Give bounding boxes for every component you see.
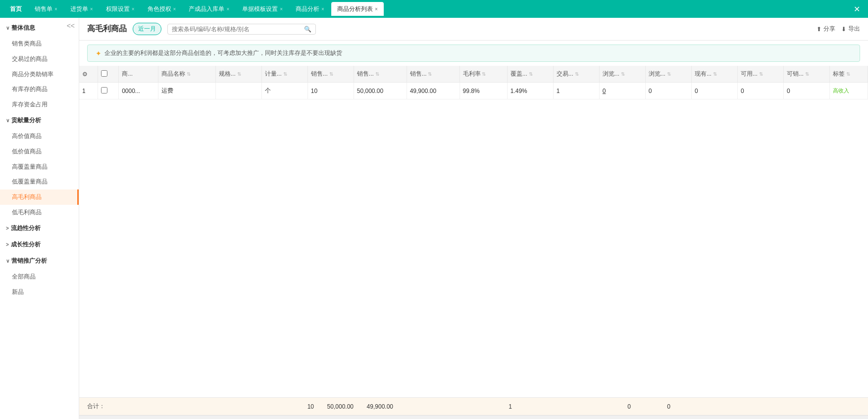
nav-tab-商品分析列表[interactable]: 商品分析列表 × [331,2,384,16]
cell-browse1[interactable]: 0 [599,83,645,99]
share-button[interactable]: ⬆ 分享 [817,25,835,33]
settings-icon[interactable]: ⚙ [82,71,88,78]
col-label: 交易... [557,70,573,77]
col-label: 商品名称 [161,70,185,77]
tab-close-icon[interactable]: × [321,6,324,12]
sort-icon[interactable]: ⇅ [185,71,191,77]
tab-close-icon[interactable]: × [132,6,135,12]
sidebar-item-低毛利商品[interactable]: 低毛利商品 [0,205,79,220]
nav-tab-商品分析[interactable]: 商品分析 × [290,2,330,16]
sidebar-item-全部商品[interactable]: 全部商品 [0,269,79,284]
col-label: 浏览... [603,70,619,77]
col-label: 浏览... [649,70,665,77]
sort-icon[interactable]: ⇅ [282,71,287,77]
window-close-button[interactable]: ✕ [850,4,864,14]
col-label: 可销... [787,70,804,77]
col-label: 销售... [410,70,427,77]
sidebar-item-库存资金占用[interactable]: 库存资金占用 [0,97,79,112]
sidebar-item-有库存的商品[interactable]: 有库存的商品 [0,82,79,97]
alert-bar: ✦ 企业的主要的利润都是这部分商品创造的，可考虑加大推广，同时关注库存是不要出现… [87,45,860,62]
col-header-browse2[interactable]: 浏览... ⇅ [645,66,691,83]
nav-tab-角色授权[interactable]: 角色授权 × [142,2,182,16]
search-input[interactable] [172,26,301,33]
col-header-margin_rate[interactable]: 毛利率 ⇅ [460,66,507,83]
cell-index: 1 [79,83,98,99]
browse-link[interactable]: 0 [603,88,606,94]
tab-close-icon[interactable]: × [375,6,378,12]
sort-icon[interactable]: ⇅ [758,71,763,77]
sidebar-item-高毛利商品[interactable]: 高毛利商品 [0,189,79,205]
search-icon[interactable]: 🔍 [304,26,311,33]
col-header-code[interactable]: 商... [119,66,158,83]
col-header-sellable[interactable]: 可销... ⇅ [783,66,829,83]
col-header-tag[interactable]: 标签 ⇅ [829,66,868,83]
col-header-unit[interactable]: 计量... ⇅ [261,66,307,83]
sort-icon[interactable]: ⇅ [236,71,241,77]
row-checkbox[interactable] [101,87,107,93]
sidebar-group-1[interactable]: ∨贡献量分析 [0,112,79,129]
sidebar-item-新品[interactable]: 新品 [0,284,79,300]
sidebar-item-交易过的商品[interactable]: 交易过的商品 [0,51,79,67]
nav-tab-销售单[interactable]: 销售单 × [29,2,63,16]
nav-tab-权限设置[interactable]: 权限设置 × [100,2,141,16]
header-actions: ⬆ 分享 ⬇ 导出 [817,25,860,33]
col-header-name[interactable]: 商品名称 ⇅ [158,66,216,83]
col-header-sale_profit[interactable]: 销售... ⇅ [407,66,460,83]
sidebar-item-商品分类助销率[interactable]: 商品分类助销率 [0,67,79,82]
col-header-available[interactable]: 可用... ⇅ [737,66,783,83]
sort-icon[interactable]: ⇅ [427,71,432,77]
sidebar-group-3[interactable]: >成长性分析 [0,236,79,253]
tab-close-icon[interactable]: × [90,6,93,12]
col-header-sale_count[interactable]: 销售... ⇅ [307,66,354,83]
sort-icon[interactable]: ⇅ [328,71,333,77]
footer-label: 合计： [87,402,105,411]
sidebar-item-高价值商品[interactable]: 高价值商品 [0,129,79,144]
sort-icon[interactable]: ⇅ [712,71,717,77]
horizontal-scrollbar[interactable] [79,415,868,419]
export-button[interactable]: ⬇ 导出 [841,25,860,33]
col-header-current_stock[interactable]: 现有... ⇅ [691,66,737,83]
sidebar-group-2[interactable]: >流趋性分析 [0,220,79,236]
col-header-browse1[interactable]: 浏览... ⇅ [599,66,645,83]
col-header-sale_amount[interactable]: 销售... ⇅ [354,66,407,83]
cell-margin_rate: 99.8% [460,83,507,99]
nav-tab-单据模板设置[interactable]: 单据模板设置 × [236,2,289,16]
cell-coverage: 1.49% [507,83,553,99]
sort-icon[interactable]: ⇅ [527,71,533,77]
sidebar-group-4[interactable]: ∨营销推广分析 [0,253,79,269]
cell-spec [215,83,261,99]
col-header-spec[interactable]: 规格... ⇅ [215,66,261,83]
tab-close-icon[interactable]: × [280,6,283,12]
col-header-checkbox[interactable] [98,66,119,83]
sidebar-group-label: 整体信息 [11,24,35,32]
col-label: 销售... [311,70,328,77]
col-header-coverage[interactable]: 覆盖... ⇅ [507,66,553,83]
sort-icon[interactable]: ⇅ [374,71,379,77]
sort-icon[interactable]: ⇅ [573,71,579,77]
sort-icon[interactable]: ⇅ [665,71,671,77]
search-box[interactable]: 🔍 [167,24,316,35]
nav-tab-首页[interactable]: 首页 [4,2,28,16]
sidebar-item-高覆盖量商品[interactable]: 高覆盖量商品 [0,159,79,175]
cell-browse2: 0 [645,83,691,99]
sort-icon[interactable]: ⇅ [845,71,850,77]
col-header-transaction[interactable]: 交易... ⇅ [553,66,599,83]
footer-sale-amount: 50,000.00 [317,403,357,410]
filter-button[interactable]: 近一月 [133,23,161,35]
col-header-settings[interactable]: ⚙ [79,66,98,83]
select-all-checkbox[interactable] [101,70,107,77]
sidebar-group-arrow: ∨ [6,25,9,31]
sort-icon[interactable]: ⇅ [481,71,486,77]
sidebar-item-低覆盖量商品[interactable]: 低覆盖量商品 [0,174,79,189]
sidebar-item-低价值商品[interactable]: 低价值商品 [0,144,79,159]
sidebar-item-销售类商品[interactable]: 销售类商品 [0,36,79,51]
tab-close-icon[interactable]: × [54,6,57,12]
nav-tab-进货单[interactable]: 进货单 × [64,2,99,16]
sort-icon[interactable]: ⇅ [804,71,809,77]
sort-icon[interactable]: ⇅ [619,71,625,77]
nav-tab-产成品入库单[interactable]: 产成品入库单 × [183,2,235,16]
cell-checkbox[interactable] [98,83,119,99]
tab-close-icon[interactable]: × [173,6,176,12]
sidebar-collapse-button[interactable]: << [67,22,75,30]
tab-close-icon[interactable]: × [226,6,229,12]
